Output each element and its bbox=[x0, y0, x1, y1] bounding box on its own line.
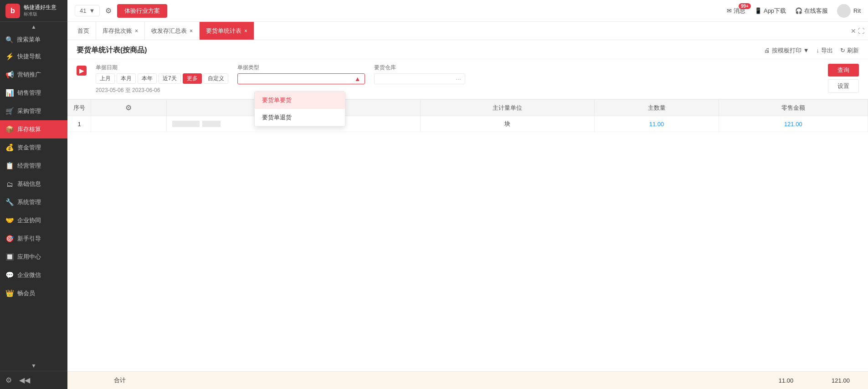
sidebar-item-label: 应用中心 bbox=[17, 253, 41, 261]
collapse-icon[interactable]: ◀◀ bbox=[19, 376, 30, 384]
tab-fullscreen-icon[interactable]: ⛶ bbox=[858, 27, 864, 35]
type-dropdown: 要货单要货 要货单退货 bbox=[254, 91, 345, 127]
filter-type-input-wrap[interactable]: ▲ bbox=[237, 73, 365, 84]
cell-quantity: 11.00 bbox=[595, 116, 719, 132]
filter-warehouse-more-icon[interactable]: ··· bbox=[456, 75, 461, 82]
tabs-bar: 首页 库存批次账 × 收发存汇总表 × 要货单统计表 × ✕ ⛶ bbox=[67, 22, 868, 40]
sidebar-item-enterprise[interactable]: 🤝 企业协同 bbox=[0, 211, 67, 230]
sidebar-title: 畅捷通好生意 bbox=[24, 4, 56, 11]
tab-receivable-summary-close[interactable]: × bbox=[190, 28, 193, 34]
sidebar-item-label: 新手引导 bbox=[17, 235, 41, 243]
filter-type-group: 单据类型 ▲ bbox=[237, 64, 365, 84]
topbar-settings-icon[interactable]: ⚙ bbox=[105, 6, 112, 15]
filter-expand-button[interactable]: ▶ bbox=[77, 66, 87, 76]
tab-requisition-stat-label: 要货单统计表 bbox=[206, 27, 241, 35]
sales-icon: 📊 bbox=[5, 89, 14, 97]
print-dropdown-icon: ▼ bbox=[803, 47, 809, 54]
filter-warehouse-group: 要货仓库 ··· bbox=[374, 64, 465, 84]
dropdown-item-purchase[interactable]: 要货单要货 bbox=[255, 92, 345, 109]
settings-button[interactable]: 设置 bbox=[828, 79, 859, 93]
filter-date-label: 单据日期 bbox=[96, 64, 228, 72]
date-btn-7days[interactable]: 近7天 bbox=[159, 73, 181, 84]
tab-requisition-stat[interactable]: 要货单统计表 × bbox=[200, 22, 254, 40]
sidebar-item-system[interactable]: 🔧 系统管理 bbox=[0, 193, 67, 211]
sidebar-scroll-down[interactable]: ▼ bbox=[0, 361, 67, 371]
refresh-label: 刷新 bbox=[847, 46, 859, 55]
quantity-link[interactable]: 11.00 bbox=[649, 121, 664, 128]
sidebar-item-purchase[interactable]: 🛒 采购管理 bbox=[0, 102, 67, 120]
sidebar-item-app-center[interactable]: 🔲 应用中心 bbox=[0, 248, 67, 266]
amount-link[interactable]: 121.00 bbox=[784, 121, 802, 128]
sidebar-item-label: 企业微信 bbox=[17, 271, 41, 279]
sidebar-item-finance[interactable]: 💰 资金管理 bbox=[0, 138, 67, 157]
sidebar-item-marketing[interactable]: 📢 营销推广 bbox=[0, 66, 67, 84]
sidebar-search-label: 搜索菜单 bbox=[17, 36, 41, 44]
sidebar-item-quick-nav[interactable]: ⚡ 快捷导航 bbox=[0, 47, 67, 66]
tab-receivable-summary[interactable]: 收发存汇总表 × bbox=[145, 22, 200, 40]
dropdown-item-return[interactable]: 要货单退货 bbox=[255, 109, 345, 126]
sidebar-subtitle: 标准版 bbox=[24, 11, 56, 17]
tab-home-label: 首页 bbox=[77, 27, 89, 35]
tab-inventory-batch-label: 库存批次账 bbox=[103, 27, 132, 35]
member-icon: 👑 bbox=[5, 289, 14, 297]
filter-type-arrow-icon[interactable]: ▲ bbox=[354, 75, 361, 82]
table-settings-icon[interactable]: ⚙ bbox=[125, 104, 132, 112]
sidebar-brand: 畅捷通好生意 标准版 bbox=[24, 4, 56, 18]
sidebar-item-member[interactable]: 👑 畅会员 bbox=[0, 284, 67, 302]
table-container: 序号 ⚙ 商品 主计量单位 主数量 零售金额 1 bbox=[67, 99, 868, 371]
message-btn[interactable]: ✉ 消息 99+ bbox=[727, 7, 745, 15]
store-selector[interactable]: 41 ▼ bbox=[75, 5, 100, 16]
export-label: 导出 bbox=[821, 46, 833, 55]
filter-warehouse-input-wrap[interactable]: ··· bbox=[374, 73, 465, 84]
online-service-label: 在线客服 bbox=[804, 7, 828, 15]
sidebar-item-sales[interactable]: 📊 销售管理 bbox=[0, 84, 67, 102]
filter-warehouse-input[interactable] bbox=[378, 76, 456, 82]
tab-close-all-icon[interactable]: ✕ bbox=[851, 27, 856, 35]
sidebar-item-operation[interactable]: 📋 经营管理 bbox=[0, 157, 67, 175]
sidebar-search[interactable]: 🔍 搜索菜单 bbox=[0, 32, 67, 47]
date-btn-more[interactable]: 更多 bbox=[183, 73, 202, 84]
app-download-btn[interactable]: 📱 App下载 bbox=[755, 7, 786, 15]
col-header-settings[interactable]: ⚙ bbox=[91, 100, 167, 116]
refresh-icon: ↻ bbox=[840, 47, 845, 54]
print-template-btn[interactable]: 🖨 按模板打印 ▼ bbox=[764, 46, 809, 55]
enterprise-icon: 🤝 bbox=[5, 216, 14, 225]
tab-inventory-batch[interactable]: 库存批次账 × bbox=[96, 22, 145, 40]
settings-bottom-icon[interactable]: ⚙ bbox=[5, 376, 12, 384]
message-badge: 99+ bbox=[739, 3, 751, 9]
footer-quantity: 11.00 bbox=[759, 377, 813, 384]
sidebar-item-guide[interactable]: 🎯 新手引导 bbox=[0, 230, 67, 248]
store-dropdown-arrow-icon: ▼ bbox=[89, 7, 95, 14]
sidebar-scroll-up[interactable]: ▲ bbox=[0, 22, 67, 32]
filter-actions: 查询 设置 bbox=[828, 64, 859, 93]
date-btn-last-month[interactable]: 上月 bbox=[96, 73, 115, 84]
app-center-icon: 🔲 bbox=[5, 253, 14, 261]
online-service-icon: 🎧 bbox=[795, 7, 802, 14]
dropdown-item-purchase-label: 要货单要货 bbox=[262, 97, 292, 103]
sidebar-item-wechat[interactable]: 💬 企业微信 bbox=[0, 266, 67, 284]
date-btn-custom[interactable]: 自定义 bbox=[204, 73, 228, 84]
app-download-icon: 📱 bbox=[755, 7, 762, 14]
tab-requisition-stat-close[interactable]: × bbox=[244, 28, 247, 34]
query-button[interactable]: 查询 bbox=[828, 64, 859, 77]
page-title: 要货单统计表(按商品) bbox=[77, 46, 147, 55]
online-service-btn[interactable]: 🎧 在线客服 bbox=[795, 7, 828, 15]
user-area[interactable]: Rit bbox=[837, 4, 861, 18]
date-btn-this-month[interactable]: 本月 bbox=[117, 73, 136, 84]
sidebar-nav: ⚡ 快捷导航 📢 营销推广 📊 销售管理 🛒 采购管理 📦 库存核算 💰 资金管… bbox=[0, 47, 67, 361]
date-btn-this-year[interactable]: 本年 bbox=[138, 73, 157, 84]
sidebar-item-basic[interactable]: 🗂 基础信息 bbox=[0, 175, 67, 193]
tab-home[interactable]: 首页 bbox=[71, 22, 96, 40]
filter-date-group: 单据日期 上月 本月 本年 近7天 更多 自定义 2023-05-06 至 20… bbox=[96, 64, 228, 94]
trial-button[interactable]: 体验行业方案 bbox=[117, 4, 167, 18]
tab-inventory-batch-close[interactable]: × bbox=[135, 28, 138, 34]
app-download-label: App下载 bbox=[764, 7, 786, 15]
data-table: 序号 ⚙ 商品 主计量单位 主数量 零售金额 1 bbox=[67, 99, 868, 132]
filter-type-input[interactable] bbox=[241, 76, 354, 82]
refresh-btn[interactable]: ↻ 刷新 bbox=[840, 46, 859, 55]
export-btn[interactable]: ↓ 导出 bbox=[817, 46, 833, 55]
sidebar-item-inventory[interactable]: 📦 库存核算 bbox=[0, 120, 67, 138]
export-icon: ↓ bbox=[817, 47, 820, 54]
sidebar-item-label: 资金管理 bbox=[17, 143, 41, 152]
topbar-left: 41 ▼ ⚙ 体验行业方案 bbox=[75, 4, 167, 18]
